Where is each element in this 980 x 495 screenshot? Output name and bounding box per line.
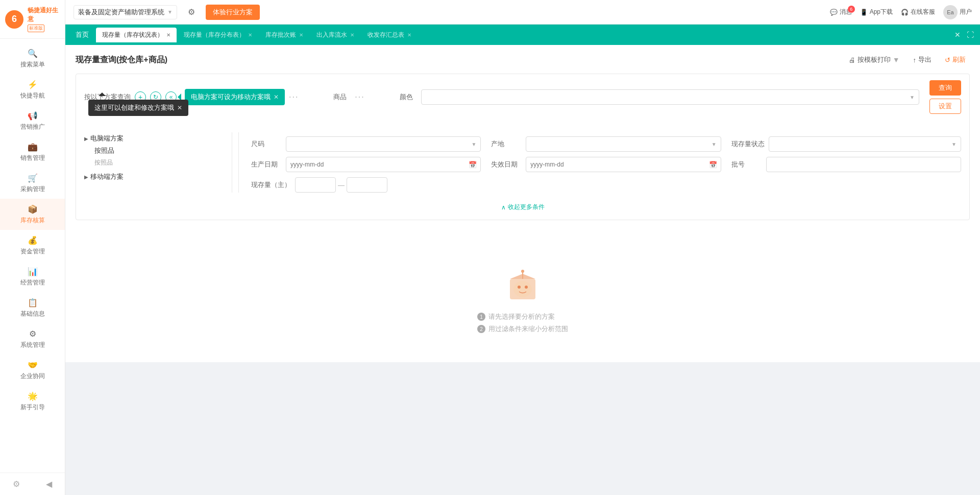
tab-close-icon[interactable]: ✕ (407, 32, 411, 38)
stock-main-max-input[interactable] (347, 177, 387, 193)
expire-date-start-input[interactable] (526, 157, 721, 172)
tab-close-all-button[interactable]: ✕ (952, 29, 963, 41)
scheme-sub-item[interactable]: 按照品 (84, 145, 226, 157)
scheme-divider-label: 按照品 (84, 157, 226, 169)
sidebar-item-quick-nav[interactable]: ⚡ 快捷导航 (0, 74, 65, 105)
page-title-bar: 现存量查询(按仓库+商品) 🖨 按模板打印 ▼ ↑ 导出 ↺ 刷新 (76, 53, 970, 66)
print-template-label: 按模板打印 (857, 55, 891, 64)
settings-button[interactable]: 设置 (929, 99, 961, 114)
tooltip2-close-button[interactable]: ✕ (177, 104, 182, 111)
export-label: 导出 (918, 55, 932, 64)
refresh-button[interactable]: ↺ 刷新 (941, 53, 970, 66)
origin-select[interactable]: ▼ (526, 136, 721, 152)
message-badge: 6 (848, 6, 855, 13)
sidebar-item-basic[interactable]: 📋 基础信息 (0, 292, 65, 323)
sidebar-item-label: 资金管理 (20, 247, 45, 256)
phone-icon: 📱 (860, 9, 868, 16)
tab-summary[interactable]: 收发存汇总表 ✕ (361, 28, 418, 42)
collapse-filter-button[interactable]: ∧ 收起更多条件 (84, 199, 961, 214)
search-button[interactable]: 查询 (929, 80, 961, 96)
empty-hint-1: 1 请先选择要分析的方案 (477, 312, 568, 321)
app-download-button[interactable]: 📱 App下载 (860, 8, 893, 16)
system-selector[interactable]: 装备及固定资产辅助管理系统 ▼ (74, 5, 177, 19)
message-button[interactable]: 💬 消息 6 (830, 8, 852, 16)
sidebar-logo: 6 畅捷通好生意 标准版 (0, 0, 65, 39)
prod-date-start-input[interactable] (286, 157, 481, 172)
sidebar-item-label: 基础信息 (20, 310, 45, 318)
main-area: 装备及固定资产辅助管理系统 ▼ ⚙ 体验行业方案 💬 消息 6 📱 App下载 … (65, 0, 980, 495)
sidebar-item-management[interactable]: 📊 经营管理 (0, 261, 65, 292)
system-icon: ⚙ (28, 328, 38, 339)
filter-row-prod-date: 生产日期 📅 (251, 157, 481, 172)
tab-inventory-status[interactable]: 现存量（库存状况表） ✕ (96, 28, 177, 42)
sidebar-item-system[interactable]: ⚙ 系统管理 (0, 323, 65, 355)
tab-close-icon[interactable]: ✕ (299, 32, 303, 38)
sidebar-item-finance[interactable]: 💰 资金管理 (0, 230, 65, 261)
settings-bottom-icon[interactable]: ⚙ (13, 479, 20, 489)
sidebar-item-label: 搜索菜单 (20, 60, 45, 69)
goods-dots-button[interactable]: ··· (355, 92, 364, 102)
filter-section: ▶ 电脑端方案 按照品 按照品 ▶ 移动端方案 (84, 132, 961, 193)
tooltip1-close-button[interactable]: ✕ (274, 93, 279, 101)
stock-status-label: 现存量状态 (731, 139, 765, 149)
filter-fields-grid: 尺码 ▼ 产地 (251, 136, 961, 193)
tab-batch-account[interactable]: 库存批次账 ✕ (259, 28, 309, 42)
settings-gear-button[interactable]: ⚙ (183, 4, 200, 20)
sidebar-item-inventory[interactable]: 📦 库存核算 (0, 199, 65, 230)
sidebar-item-label: 快捷导航 (20, 91, 45, 100)
industry-solution-button[interactable]: 体验行业方案 (206, 5, 260, 20)
sales-icon: 💼 (28, 142, 38, 152)
marketing-icon: 📢 (28, 110, 38, 121)
tab-label: 收发存汇总表 (368, 31, 404, 39)
color-select-arrow: ▼ (910, 95, 915, 100)
sidebar-item-enterprise[interactable]: 🤝 企业协同 (0, 355, 65, 386)
tab-close-icon[interactable]: ✕ (350, 32, 354, 38)
export-button[interactable]: ↑ 导出 (909, 53, 936, 66)
content-area: 现存量查询(按仓库+商品) 🖨 按模板打印 ▼ ↑ 导出 ↺ 刷新 (65, 45, 980, 362)
tab-fullscreen-button[interactable]: ⛶ (965, 29, 976, 41)
scheme-mobile[interactable]: ▶ 移动端方案 (84, 171, 226, 183)
app-download-label: App下载 (870, 8, 893, 16)
sidebar-item-sales[interactable]: 💼 销售管理 (0, 136, 65, 168)
sidebar-nav: 🔍 搜索菜单 ⚡ 快捷导航 📢 营销推广 💼 销售管理 🛒 采购管理 📦 库存核… (0, 39, 65, 473)
batch-input[interactable] (766, 157, 961, 172)
tab-close-icon[interactable]: ✕ (248, 32, 252, 38)
page-title: 现存量查询(按仓库+商品) (76, 55, 167, 65)
logo-icon: 6 (5, 10, 23, 29)
refresh-label: 刷新 (952, 55, 966, 64)
avatar-text: Ea (947, 9, 953, 15)
sidebar-item-label: 经营管理 (20, 278, 45, 287)
sidebar-item-marketing[interactable]: 📢 营销推广 (0, 105, 65, 136)
tab-inventory-distribution[interactable]: 现存量（库存分布表） ✕ (178, 28, 258, 42)
filter-area: 按以下方案查询 + ↻ « 电脑方案可设为移动方案哦 ✕ (76, 74, 970, 220)
scheme-name: 电脑端方案 (90, 134, 124, 143)
warehouse-dots-button[interactable]: ··· (289, 92, 299, 102)
range-separator: — (338, 181, 345, 189)
svg-point-3 (513, 281, 532, 297)
stock-status-select[interactable]: ▼ (769, 136, 961, 152)
tab-close-icon[interactable]: ✕ (166, 32, 170, 38)
tab-home[interactable]: 首页 (69, 27, 95, 42)
filter-row-stock-status: 现存量状态 ▼ (731, 136, 961, 152)
print-template-button[interactable]: 🖨 按模板打印 ▼ (845, 53, 904, 66)
tab-label: 库存批次账 (265, 31, 296, 39)
color-select[interactable]: ▼ (421, 89, 919, 105)
collapse-sidebar-icon[interactable]: ◀ (46, 479, 52, 489)
size-select[interactable]: ▼ (286, 136, 481, 152)
top-header: 装备及固定资产辅助管理系统 ▼ ⚙ 体验行业方案 💬 消息 6 📱 App下载 … (65, 0, 980, 25)
tab-label: 现存量（库存分布表） (184, 31, 245, 39)
sidebar-item-search[interactable]: 🔍 搜索菜单 (0, 43, 65, 74)
scheme-desktop[interactable]: ▶ 电脑端方案 (84, 132, 226, 145)
svg-point-7 (521, 270, 524, 273)
prod-date-start-wrap: 📅 (286, 157, 481, 172)
tab-inout-flow[interactable]: 出入库流水 ✕ (310, 28, 360, 42)
title-actions: 🖨 按模板打印 ▼ ↑ 导出 ↺ 刷新 (845, 53, 970, 66)
online-support-button[interactable]: 🎧 在线客服 (901, 8, 935, 16)
sidebar-item-purchase[interactable]: 🛒 采购管理 (0, 168, 65, 199)
goods-field-label: 商品 (333, 92, 347, 102)
stock-main-min-input[interactable] (295, 177, 336, 193)
user-profile[interactable]: Ea 用户 (943, 5, 972, 19)
export-icon: ↑ (913, 56, 917, 64)
sidebar-item-guide[interactable]: 🌟 新手引导 (0, 386, 65, 417)
tooltip2-wrap: 这里可以创建和修改方案哦 ✕ (88, 100, 188, 116)
